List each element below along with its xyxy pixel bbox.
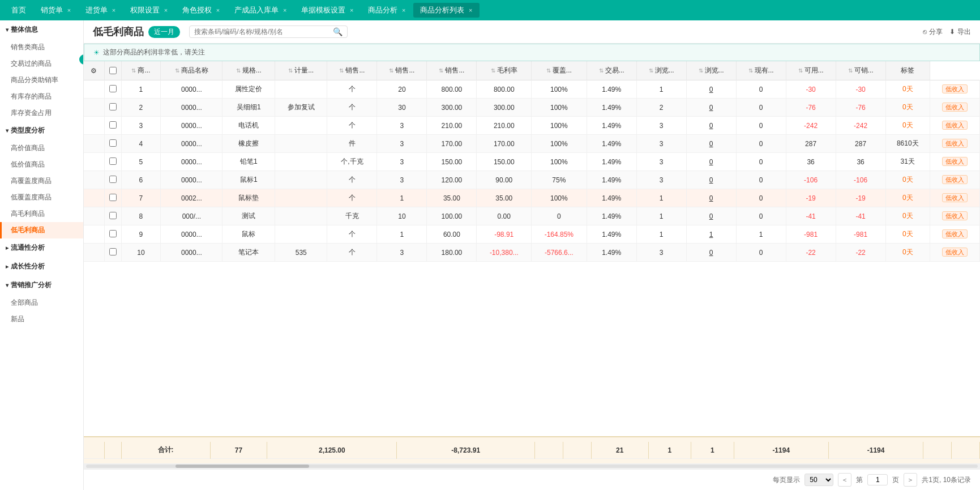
row-select-checkbox[interactable] [109,121,117,129]
nav-analysis-list-close[interactable]: × [469,7,472,14]
row-view1[interactable]: 0 [686,207,736,225]
th-sale-profit[interactable]: ⇅销售... [427,61,477,80]
row-select-checkbox[interactable] [109,103,117,110]
th-available[interactable]: ⇅可用... [786,61,836,80]
row-view1[interactable]: 1 [686,225,736,244]
nav-analysis-list[interactable]: 商品分析列表 × [413,3,479,18]
row-select-checkbox[interactable] [109,230,117,237]
view1-link[interactable]: 0 [709,176,713,184]
view1-link[interactable]: 0 [709,194,713,202]
search-input[interactable] [194,28,333,36]
row-view1[interactable]: 0 [686,189,736,207]
nav-sales[interactable]: 销货单 × [34,3,78,18]
row-view1[interactable]: 0 [686,117,736,135]
view1-link[interactable]: 0 [709,122,713,130]
view1-link[interactable]: 0 [709,86,713,93]
row-select-checkbox[interactable] [109,85,117,92]
th-coverage[interactable]: ⇅覆盖... [532,61,587,80]
nav-roles-close[interactable]: × [216,7,220,14]
sidebar-item-capital[interactable]: 库存资金占用 [0,105,83,121]
nav-permissions-close[interactable]: × [164,7,168,14]
nav-products-close[interactable]: × [283,7,286,14]
share-button[interactable]: ⎋ 分享 [923,27,943,37]
row-unit: 个 [327,99,377,117]
th-sale-qty[interactable]: ⇅销售... [327,61,377,80]
th-current[interactable]: ⇅现有... [736,61,786,80]
search-icon: 🔍 [333,27,343,36]
sidebar-item-traded-products[interactable]: 交易过的商品 [0,56,83,72]
sidebar-item-high-value[interactable]: 高价值商品 [0,140,83,156]
row-view1[interactable]: 0 [686,171,736,189]
sidebar-item-inventory[interactable]: 有库存的商品 [0,88,83,105]
row-select-checkbox[interactable] [109,248,117,255]
filter-button[interactable]: 近一月 [148,26,180,38]
nav-analysis-close[interactable]: × [402,7,405,14]
page-size-select[interactable]: 50 100 [804,474,833,486]
sidebar-item-low-coverage[interactable]: 低覆盖度商品 [0,189,83,206]
sidebar-section-growth[interactable]: ▸ 成长性分析 [0,257,83,276]
th-settings[interactable]: ⚙ [84,61,104,80]
view1-link[interactable]: 0 [709,158,713,166]
sidebar-item-low-value[interactable]: 低价值商品 [0,156,83,173]
row-view1[interactable]: 0 [686,99,736,117]
prev-page-button[interactable]: ＜ [838,473,851,487]
view1-link[interactable]: 0 [709,212,713,220]
sidebar-item-new-products[interactable]: 新品 [0,311,83,327]
nav-products[interactable]: 产成品入库单 × [228,3,293,18]
sidebar-item-high-margin[interactable]: 高毛利商品 [0,206,83,222]
th-name[interactable]: ⇅商品名称 [161,61,222,80]
th-view2[interactable]: ⇅浏览... [686,61,736,80]
nav-permissions[interactable]: 权限设置 × [123,3,174,18]
export-button[interactable]: ⬇ 导出 [949,27,971,37]
sidebar-item-sales-products[interactable]: 销售类商品 [0,39,83,56]
row-select-checkbox[interactable] [109,212,117,219]
row-code: 000/... [161,207,222,225]
row-checkbox [104,99,121,117]
view1-link[interactable]: 0 [709,249,713,257]
next-page-button[interactable]: ＞ [904,473,917,487]
nav-home[interactable]: 首页 [5,3,33,18]
th-view1[interactable]: ⇅浏览... [636,61,686,80]
nav-purchase-close[interactable]: × [112,7,115,14]
nav-roles[interactable]: 角色授权 × [176,3,226,18]
nav-templates[interactable]: 单据模板设置 × [294,3,360,18]
nav-templates-close[interactable]: × [350,7,353,14]
th-saleable[interactable]: ⇅可销... [836,61,885,80]
sidebar-item-category-sales[interactable]: 商品分类助销率 [0,72,83,88]
nav-purchase[interactable]: 进货单 × [79,3,122,18]
th-tx-count[interactable]: ⇅交易... [587,61,636,80]
view1-link[interactable]: 1 [709,231,713,238]
nav-sales-close[interactable]: × [67,7,71,14]
sidebar-section-liquidity[interactable]: ▸ 流通性分析 [0,238,83,257]
sidebar-item-high-coverage[interactable]: 高覆盖度商品 [0,173,83,189]
view1-link[interactable]: 0 [709,104,713,112]
totals-sale-amt: 2,125.00 [267,442,397,459]
row-view1[interactable]: 0 [686,153,736,171]
th-gross-rate[interactable]: ⇅毛利率 [477,61,532,80]
view1-link[interactable]: 0 [709,140,713,148]
sidebar-section-type[interactable]: ▾ 类型度分析 [0,121,83,140]
sidebar-section-marketing[interactable]: ▾ 营销推广分析 [0,276,83,295]
row-view1[interactable]: 0 [686,80,736,99]
sidebar-item-low-margin[interactable]: 低毛利商品 [0,222,83,238]
th-spec[interactable]: ⇅规格... [222,61,275,80]
sidebar-item-all-products[interactable]: 全部商品 [0,295,83,311]
th-sale-amt[interactable]: ⇅销售... [377,61,427,80]
th-code[interactable]: ⇅商... [121,61,161,80]
nav-analysis[interactable]: 商品分析 × [361,3,412,18]
sidebar-section-overall[interactable]: ▾ 整体信息 [0,20,83,39]
row-spec [275,117,327,135]
row-sale-amt: 300.00 [427,99,477,117]
row-view1[interactable]: 0 [686,135,736,153]
row-select-checkbox[interactable] [109,176,117,183]
select-all-checkbox[interactable] [109,67,117,74]
row-select-checkbox[interactable] [109,194,117,201]
row-select-checkbox[interactable] [109,157,117,165]
totals-available: -1194 [828,442,923,459]
horizontal-scrollbar[interactable] [84,463,980,469]
row-view1[interactable]: 0 [686,244,736,262]
page-number-input[interactable] [867,474,888,485]
row-select-checkbox[interactable] [109,139,117,147]
row-sale-qty: 3 [377,244,427,262]
th-unit[interactable]: ⇅计量... [275,61,327,80]
